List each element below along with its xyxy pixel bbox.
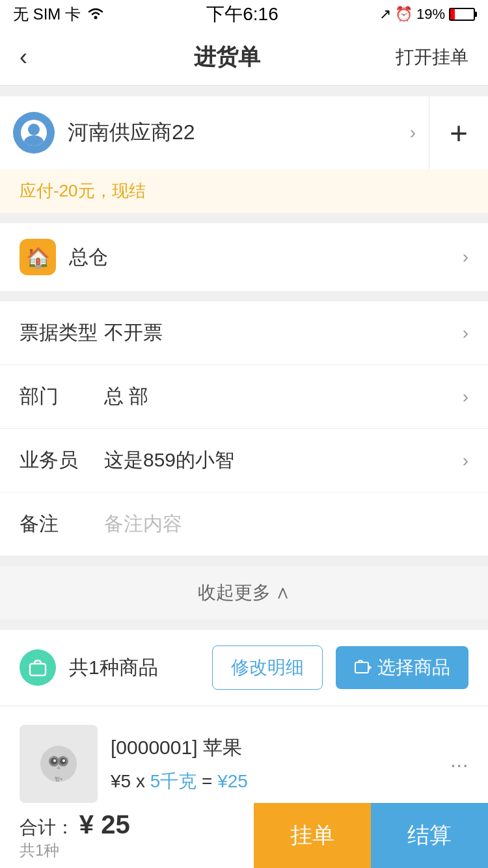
location-icon: ↗ — [379, 6, 391, 23]
warehouse-section[interactable]: 🏠 总仓 › — [0, 223, 488, 291]
warehouse-icon: 🏠 — [20, 239, 56, 275]
status-left: 无 SIM 卡 — [13, 4, 105, 25]
warning-text: 应付-20元，现结 — [20, 181, 146, 200]
warning-banner: 应付-20元，现结 — [0, 169, 488, 213]
product-info: [0000001] 苹果 ¥5 x 5千克 = ¥25 — [111, 735, 437, 794]
select-product-button[interactable]: 选择商品 — [336, 646, 468, 689]
battery-percent: 19% — [416, 6, 445, 23]
dept-value: 总 部 — [98, 383, 463, 410]
status-bar: 无 SIM 卡 下午6:16 ↗ ⏰ 19% — [0, 0, 488, 29]
svg-text:智+: 智+ — [55, 776, 63, 782]
total-section: 合计： ¥ 25 共1种 — [0, 810, 254, 861]
chevron-right-icon: › — [463, 323, 468, 344]
invoice-row[interactable]: 票据类型 不开票 › — [0, 301, 488, 365]
sales-row[interactable]: 业务员 这是859的小智 › — [0, 429, 488, 493]
warehouse-name: 总仓 — [69, 244, 463, 271]
open-hang-button[interactable]: 打开挂单 — [396, 45, 468, 70]
product-more-button[interactable]: ··· — [450, 752, 468, 777]
alarm-icon: ⏰ — [395, 6, 413, 23]
sales-label: 业务员 — [20, 447, 98, 474]
product-count: 共1种商品 — [69, 655, 199, 681]
status-right: ↗ ⏰ 19% — [379, 6, 475, 23]
battery-icon — [449, 8, 475, 21]
remark-input[interactable]: 备注内容 — [98, 511, 468, 537]
supplier-avatar — [13, 112, 55, 154]
content: 河南供应商22 › + 应付-20元，现结 🏠 总仓 › 票据类型 不开票 › … — [0, 96, 488, 868]
add-supplier-button[interactable]: + — [429, 96, 488, 169]
page-title: 进货单 — [194, 42, 260, 72]
wifi-icon — [86, 5, 105, 23]
nav-bar: ‹ 进货单 打开挂单 — [0, 29, 488, 86]
collapse-button[interactable]: 收起更多 ∧ — [0, 566, 488, 619]
total-amount: ¥ 25 — [79, 810, 130, 839]
bottom-bar: 合计： ¥ 25 共1种 挂单 结算 — [0, 803, 488, 868]
product-thumbnail: 智+ — [20, 725, 98, 803]
svg-point-0 — [94, 16, 98, 20]
product-price: ¥5 x 5千克 = ¥25 — [111, 769, 437, 794]
checkout-button[interactable]: 结算 — [371, 803, 488, 868]
supplier-name: 河南供应商22 — [68, 118, 410, 147]
total-label: 合计： — [20, 817, 74, 837]
supplier-section: 河南供应商22 › + — [0, 96, 488, 169]
total-count: 共1种 — [20, 840, 234, 861]
product-name: [0000001] 苹果 — [111, 735, 437, 761]
form-section: 票据类型 不开票 › 部门 总 部 › 业务员 这是859的小智 › 备注 备注… — [0, 301, 488, 556]
modify-detail-button[interactable]: 修改明细 — [212, 645, 323, 690]
supplier-selector[interactable]: 河南供应商22 › — [0, 96, 429, 169]
carrier-label: 无 SIM 卡 — [13, 4, 81, 25]
chevron-right-icon: › — [410, 122, 416, 143]
product-header: 共1种商品 修改明细 选择商品 — [0, 630, 488, 705]
remark-row[interactable]: 备注 备注内容 — [0, 493, 488, 556]
sales-value: 这是859的小智 — [98, 447, 463, 474]
invoice-value: 不开票 — [98, 319, 463, 346]
chevron-right-icon: › — [463, 387, 468, 407]
invoice-label: 票据类型 — [20, 319, 98, 346]
product-bag-icon — [20, 649, 56, 686]
remark-label: 备注 — [20, 511, 98, 537]
svg-point-10 — [53, 759, 56, 762]
status-time: 下午6:16 — [206, 2, 278, 27]
hang-button[interactable]: 挂单 — [254, 803, 371, 868]
chevron-right-icon: › — [463, 247, 468, 267]
chevron-right-icon: › — [463, 450, 468, 471]
svg-rect-1 — [30, 664, 46, 675]
back-button[interactable]: ‹ — [20, 44, 59, 71]
dept-row[interactable]: 部门 总 部 › — [0, 365, 488, 429]
svg-rect-2 — [355, 662, 368, 673]
dept-label: 部门 — [20, 383, 98, 410]
svg-point-11 — [62, 759, 65, 762]
